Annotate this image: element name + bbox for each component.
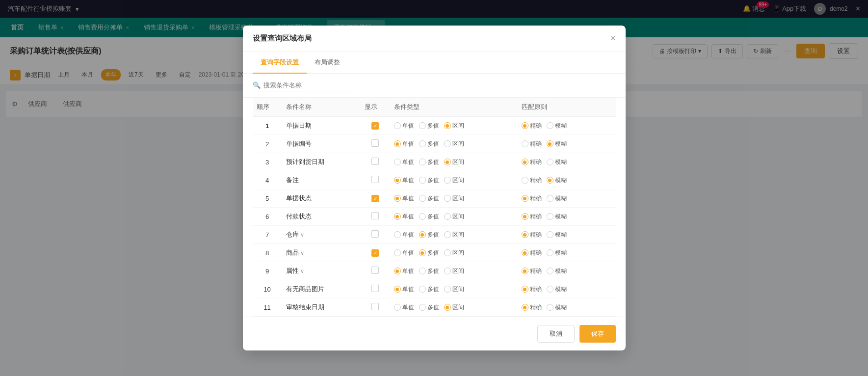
type-radio-多值[interactable]: 多值 [419, 194, 439, 203]
type-radio-区间[interactable]: 区间 [444, 267, 464, 275]
match-radio-模糊[interactable]: 模糊 [547, 267, 567, 275]
row-type-options: 单值多值区间 [390, 298, 518, 317]
display-checkbox[interactable] [371, 285, 379, 292]
row-condition-name: 仓库 ∨ [282, 226, 361, 244]
row-display-checkbox[interactable]: ✓ [361, 244, 390, 262]
type-radio-区间[interactable]: 区间 [444, 194, 464, 203]
row-match-options: 精确模糊 [518, 117, 616, 135]
row-type-options: 单值多值区间 [390, 262, 518, 280]
col-display-header: 显示 [361, 98, 390, 117]
display-checkbox[interactable]: ✓ [371, 249, 379, 257]
tab-layout-adjust[interactable]: 布局调整 [307, 52, 348, 74]
type-radio-单值[interactable]: 单值 [394, 303, 414, 312]
tab-query-fields[interactable]: 查询字段设置 [253, 52, 307, 74]
type-radio-区间[interactable]: 区间 [444, 249, 464, 257]
match-radio-精确[interactable]: 精确 [522, 267, 542, 275]
row-display-checkbox[interactable] [361, 280, 390, 298]
match-radio-精确[interactable]: 精确 [522, 194, 542, 203]
match-radio-精确[interactable]: 精确 [522, 249, 542, 257]
display-checkbox[interactable] [371, 303, 379, 310]
match-radio-精确[interactable]: 精确 [522, 122, 542, 130]
type-radio-多值[interactable]: 多值 [419, 158, 439, 166]
type-radio-多值[interactable]: 多值 [419, 231, 439, 239]
match-radio-模糊[interactable]: 模糊 [547, 231, 567, 239]
row-display-checkbox[interactable] [361, 153, 390, 171]
table-header-row: 顺序 条件名称 显示 条件类型 匹配原则 [253, 98, 616, 117]
dialog-footer: 取消 保存 [243, 317, 626, 350]
row-display-checkbox[interactable] [361, 208, 390, 226]
row-display-checkbox[interactable] [361, 171, 390, 189]
type-radio-单值[interactable]: 单值 [394, 140, 414, 148]
modal-overlay[interactable]: 设置查询区域布局 × 查询字段设置 布局调整 🔍 顺序 [0, 0, 868, 376]
type-radio-区间[interactable]: 区间 [444, 158, 464, 166]
type-radio-多值[interactable]: 多值 [419, 249, 439, 257]
type-radio-多值[interactable]: 多值 [419, 267, 439, 275]
type-radio-区间[interactable]: 区间 [444, 213, 464, 221]
display-checkbox[interactable] [371, 230, 379, 238]
match-radio-模糊[interactable]: 模糊 [547, 140, 567, 148]
display-checkbox[interactable]: ✓ [371, 195, 379, 202]
type-radio-单值[interactable]: 单值 [394, 249, 414, 257]
match-radio-模糊[interactable]: 模糊 [547, 122, 567, 130]
match-radio-模糊[interactable]: 模糊 [547, 194, 567, 203]
match-radio-精确[interactable]: 精确 [522, 158, 542, 166]
row-seq: 10 [253, 280, 282, 298]
type-radio-多值[interactable]: 多值 [419, 213, 439, 221]
match-radio-模糊[interactable]: 模糊 [547, 249, 567, 257]
type-radio-单值[interactable]: 单值 [394, 285, 414, 294]
match-radio-模糊[interactable]: 模糊 [547, 285, 567, 294]
type-radio-单值[interactable]: 单值 [394, 176, 414, 185]
search-icon: 🔍 [253, 81, 261, 89]
row-display-checkbox[interactable] [361, 262, 390, 280]
cancel-button[interactable]: 取消 [537, 325, 575, 343]
row-display-checkbox[interactable] [361, 135, 390, 153]
type-radio-单值[interactable]: 单值 [394, 267, 414, 275]
match-radio-精确[interactable]: 精确 [522, 231, 542, 239]
row-display-checkbox[interactable] [361, 226, 390, 244]
match-radio-精确[interactable]: 精确 [522, 303, 542, 312]
display-checkbox[interactable] [371, 267, 379, 274]
row-type-options: 单值多值区间 [390, 171, 518, 189]
match-radio-模糊[interactable]: 模糊 [547, 213, 567, 221]
type-radio-区间[interactable]: 区间 [444, 303, 464, 312]
table-row: 3预计到货日期单值多值区间精确模糊 [253, 153, 616, 171]
row-display-checkbox[interactable]: ✓ [361, 189, 390, 208]
type-radio-区间[interactable]: 区间 [444, 122, 464, 130]
type-radio-多值[interactable]: 多值 [419, 285, 439, 294]
type-radio-区间[interactable]: 区间 [444, 285, 464, 294]
type-radio-单值[interactable]: 单值 [394, 158, 414, 166]
type-radio-单值[interactable]: 单值 [394, 213, 414, 221]
display-checkbox[interactable]: ✓ [371, 122, 379, 130]
type-radio-区间[interactable]: 区间 [444, 140, 464, 148]
search-input[interactable] [263, 81, 342, 89]
row-condition-name: 商品 ∨ [282, 244, 361, 262]
match-radio-模糊[interactable]: 模糊 [547, 303, 567, 312]
row-type-options: 单值多值区间 [390, 208, 518, 226]
row-condition-name: 预计到货日期 [282, 153, 361, 171]
type-radio-区间[interactable]: 区间 [444, 176, 464, 185]
match-radio-模糊[interactable]: 模糊 [547, 176, 567, 185]
row-display-checkbox[interactable] [361, 298, 390, 317]
match-radio-精确[interactable]: 精确 [522, 285, 542, 294]
type-radio-区间[interactable]: 区间 [444, 231, 464, 239]
display-checkbox[interactable] [371, 139, 379, 147]
type-radio-单值[interactable]: 单值 [394, 122, 414, 130]
type-radio-单值[interactable]: 单值 [394, 194, 414, 203]
dialog-close-button[interactable]: × [610, 33, 616, 44]
type-radio-多值[interactable]: 多值 [419, 140, 439, 148]
settings-dialog: 设置查询区域布局 × 查询字段设置 布局调整 🔍 顺序 [243, 26, 626, 350]
match-radio-精确[interactable]: 精确 [522, 140, 542, 148]
match-radio-精确[interactable]: 精确 [522, 176, 542, 185]
match-radio-模糊[interactable]: 模糊 [547, 158, 567, 166]
display-checkbox[interactable] [371, 158, 379, 165]
type-radio-多值[interactable]: 多值 [419, 122, 439, 130]
type-radio-多值[interactable]: 多值 [419, 303, 439, 312]
save-button[interactable]: 保存 [579, 325, 616, 343]
type-radio-单值[interactable]: 单值 [394, 231, 414, 239]
type-radio-多值[interactable]: 多值 [419, 176, 439, 185]
display-checkbox[interactable] [371, 212, 379, 219]
row-display-checkbox[interactable]: ✓ [361, 117, 390, 135]
match-radio-精确[interactable]: 精确 [522, 213, 542, 221]
display-checkbox[interactable] [371, 176, 379, 183]
row-match-options: 精确模糊 [518, 226, 616, 244]
